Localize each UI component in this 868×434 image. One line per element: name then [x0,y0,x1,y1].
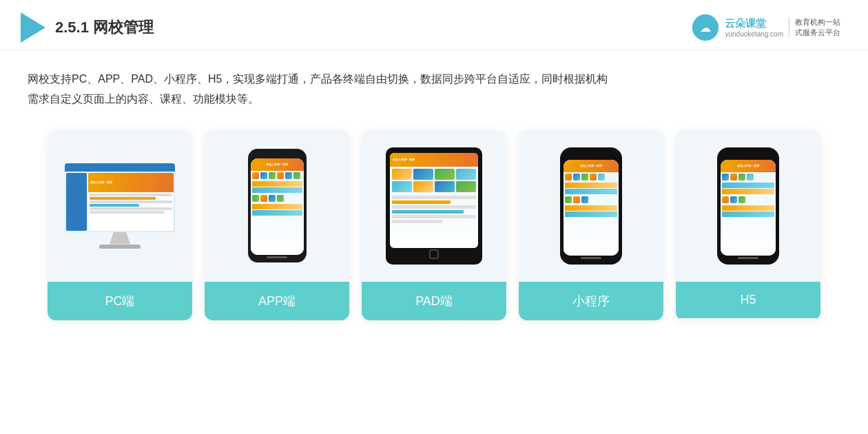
card-h5: 创造人的第一堂课 [676,130,820,320]
brand-text-group: 云朵课堂 yunduoketang.com [725,17,783,38]
description-line1: 网校支持PC、APP、PAD、小程序、H5，实现多端打通，产品各终端自由切换，数… [28,70,840,90]
card-pad-image: 创造人的第一堂课 [362,130,506,282]
monitor-base [99,245,141,249]
description-line2: 需求自定义页面上的内容、课程、功能模块等。 [28,90,840,110]
description-block: 网校支持PC、APP、PAD、小程序、H5，实现多端打通，产品各终端自由切换，数… [0,50,868,116]
brand-slogan: 教育机构一站 式服务云平台 [789,17,840,39]
header-left: 2.5.1 网校管理 [21,12,154,43]
monitor-stand [110,232,130,245]
card-app-label: APP端 [205,282,349,320]
card-pc-label: PC端 [48,282,192,320]
tablet-home-button [429,249,439,259]
phone-mockup-app: 创造人的第一堂课 [248,149,307,262]
card-pc: 创造人的第一堂课 [48,130,192,320]
card-app-image: 创造人的第一堂课 [205,130,349,282]
logo-triangle-icon [21,12,45,43]
cloud-icon: ☁ [692,14,719,41]
page-header: 2.5.1 网校管理 ☁ 云朵课堂 yunduoketang.com 教育机构一… [0,0,868,50]
mini-phone-mockup-1: 创造人的第一堂课 [560,147,622,265]
brand-name: 云朵课堂 [725,17,766,30]
brand-logo: ☁ 云朵课堂 yunduoketang.com 教育机构一站 式服务云平台 [692,14,840,41]
brand-url: yunduoketang.com [725,30,783,38]
card-miniapp: 创造人的第一堂课 [519,130,663,320]
mini-phone-mockup-2: 创造人的第一堂课 [717,147,779,265]
card-app: 创造人的第一堂课 [205,130,349,320]
card-pad: 创造人的第一堂课 [362,130,506,320]
cards-section: 创造人的第一堂课 [0,116,868,334]
monitor-mockup: 创造人的第一堂课 [65,163,175,249]
card-pc-image: 创造人的第一堂课 [48,130,192,282]
card-miniapp-image: 创造人的第一堂课 [519,130,663,282]
card-pad-label: PAD端 [362,282,506,320]
svg-text:☁: ☁ [700,22,711,34]
tablet-mockup: 创造人的第一堂课 [386,147,482,265]
card-h5-image: 创造人的第一堂课 [676,130,820,282]
card-h5-label: H5 [676,282,820,318]
card-miniapp-label: 小程序 [519,282,663,320]
monitor-screen: 创造人的第一堂课 [65,163,175,232]
page-title: 2.5.1 网校管理 [55,17,154,38]
